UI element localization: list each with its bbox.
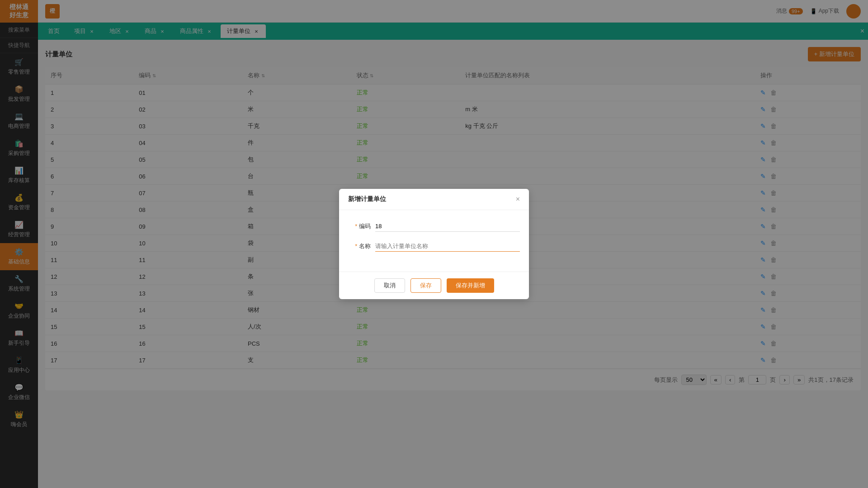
code-input[interactable] (375, 221, 520, 232)
code-label: 编码 (348, 222, 371, 230)
save-and-new-button[interactable]: 保存并新增 (447, 278, 494, 293)
cancel-button[interactable]: 取消 (374, 278, 405, 293)
code-form-row: 编码 (348, 221, 520, 232)
modal-overlay[interactable]: 新增计量单位 × 编码 名称 取消 保存 保存并新增 (0, 0, 868, 488)
name-form-row: 名称 (348, 241, 520, 252)
modal-header: 新增计量单位 × (339, 189, 529, 210)
save-button[interactable]: 保存 (410, 278, 441, 293)
name-label: 名称 (348, 242, 371, 250)
modal-close-btn[interactable]: × (516, 195, 520, 203)
modal-body: 编码 名称 (339, 210, 529, 272)
modal-footer: 取消 保存 保存并新增 (339, 272, 529, 299)
name-input[interactable] (375, 241, 520, 252)
modal-title: 新增计量单位 (348, 195, 386, 203)
add-unit-modal: 新增计量单位 × 编码 名称 取消 保存 保存并新增 (339, 189, 529, 299)
